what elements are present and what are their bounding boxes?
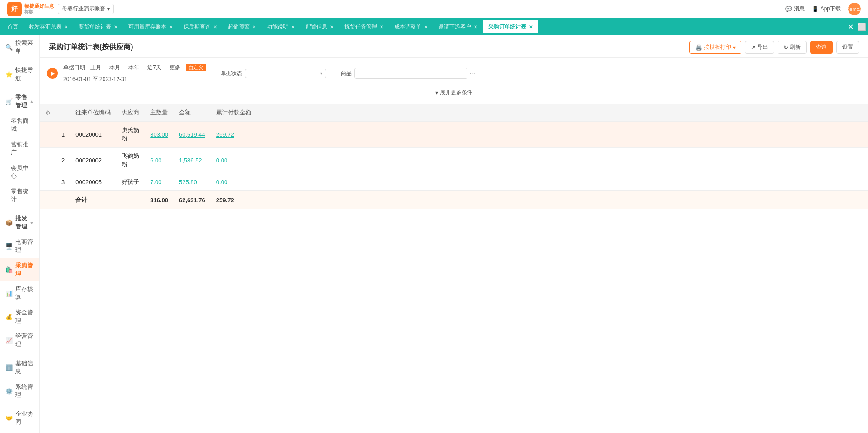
top-bar-left: 好 畅捷通好生意 标版 母婴行业演示账套 ▾ [7, 2, 114, 16]
close-icon[interactable]: ✕ [424, 24, 428, 29]
export-button[interactable]: ↗ 导出 [745, 41, 774, 54]
sidebar-item-collab[interactable]: 🤝 企业协同 [0, 406, 39, 430]
table-row: 2 00020002 飞鹤奶粉 6.00 1,586.52 0.00 [40, 148, 868, 173]
sidebar-item-guide[interactable]: 🎯 新手引导 [0, 430, 39, 433]
tab-overstock-alert[interactable]: 超储预警 ✕ [222, 20, 261, 33]
close-icon[interactable]: ✕ [252, 24, 256, 29]
sidebar-group-retail[interactable]: 🛒 零售管理 ▲ [0, 90, 39, 113]
close-icon[interactable]: ✕ [380, 24, 383, 29]
row-amount[interactable]: 1,586.52 [174, 148, 211, 173]
row-supplier: 惠氏奶粉 [116, 122, 145, 148]
inventory-icon: 📊 [5, 290, 13, 297]
app-download-action[interactable]: 📱 App下载 [812, 5, 841, 13]
sidebar-item-basic-info[interactable]: ℹ️ 基础信息 [0, 356, 39, 379]
tab-invite-customer[interactable]: 邀请下游客户 ✕ [433, 20, 483, 33]
custom-date-badge[interactable]: 自定义 [186, 64, 206, 71]
close-icon[interactable]: ✕ [474, 24, 477, 29]
sidebar-item-retail-mall[interactable]: 零售商城 [0, 113, 39, 137]
last-7-days-btn[interactable]: 近7天 [145, 63, 164, 72]
date-label: 单据日期 [63, 64, 85, 71]
row-index: 2 [56, 148, 70, 173]
sidebar-group-wholesale[interactable]: 📦 批发管理 ▼ [0, 211, 39, 234]
row-amount[interactable]: 525.80 [174, 173, 211, 191]
row-settings [40, 122, 56, 148]
close-icon[interactable]: ✕ [330, 24, 334, 29]
sidebar-item-ecommerce[interactable]: 🖥️ 电商管理 [0, 234, 39, 258]
col-extra [257, 104, 868, 122]
content-area: 采购订单统计表(按供应商) 🖨️ 按模板打印 ▾ ↗ 导出 ↻ 刷新 查询 [40, 35, 868, 433]
search-button[interactable]: 查询 [810, 41, 833, 54]
refresh-button[interactable]: ↻ 刷新 [778, 41, 807, 54]
chevron-down-icon: ▾ [320, 71, 322, 76]
row-amount[interactable]: 60,519.44 [174, 122, 211, 148]
close-icon[interactable]: ✕ [169, 24, 173, 29]
refresh-icon: ↻ [783, 44, 788, 51]
col-code: 往来单位编码 [70, 104, 116, 122]
filter-row-main: ▶ 单据日期 上月 本月 本年 近7天 更多 自定义 [47, 63, 861, 83]
sidebar-item-quick-nav[interactable]: ⭐ 快捷导航 [0, 62, 39, 86]
footer-empty [257, 191, 868, 209]
tab-order-stats[interactable]: 要货单统计表 ✕ [73, 20, 123, 33]
tab-expiry-query[interactable]: 保质期查询 ✕ [178, 20, 222, 33]
col-qty: 主数量 [145, 104, 174, 122]
sidebar-item-marketing[interactable]: 营销推广 [0, 137, 39, 160]
top-bar-right: 💬 消息 📱 App下载 demo2 [785, 3, 861, 15]
row-qty[interactable]: 6.00 [145, 148, 174, 173]
sidebar-item-system[interactable]: ⚙️ 系统管理 [0, 379, 39, 403]
tab-inventory-book[interactable]: 可用量库存账本 ✕ [123, 20, 178, 33]
last-month-btn[interactable]: 上月 [88, 63, 104, 72]
operations-icon: 📈 [5, 337, 13, 344]
goods-more-icon[interactable]: ··· [469, 69, 475, 77]
this-year-btn[interactable]: 本年 [126, 63, 142, 72]
info-icon: ℹ️ [5, 364, 13, 371]
row-empty [257, 173, 868, 191]
sidebar-item-inventory[interactable]: 📊 库存核算 [0, 281, 39, 305]
row-paid[interactable]: 0.00 [211, 148, 257, 173]
close-icon[interactable]: ✕ [64, 24, 68, 29]
more-date-btn[interactable]: 更多 [167, 63, 183, 72]
chevron-icon: ▼ [29, 220, 34, 225]
sidebar-item-purchase[interactable]: 🛍️ 采购管理 [0, 258, 39, 281]
tab-home[interactable]: 首页 [2, 20, 24, 33]
goods-input[interactable] [354, 68, 467, 79]
sidebar-item-finance[interactable]: 💰 资金管理 [0, 305, 39, 328]
gear-icon[interactable]: ⚙ [45, 109, 51, 116]
close-window-icon[interactable]: ✕ [848, 23, 854, 31]
workspace-selector[interactable]: 母婴行业演示账套 ▾ [58, 4, 114, 14]
maximize-window-icon[interactable]: ⬜ [857, 23, 866, 31]
close-icon[interactable]: ✕ [529, 24, 533, 29]
avatar[interactable]: demo2 [848, 3, 861, 15]
print-icon: 🖨️ [695, 44, 702, 51]
tab-config[interactable]: 配置信息 ✕ [300, 20, 339, 33]
row-qty[interactable]: 7.00 [145, 173, 174, 191]
tab-cost-adjust[interactable]: 成本调整单 ✕ [389, 20, 433, 33]
sidebar-item-operations[interactable]: 📈 经营管理 [0, 328, 39, 352]
sidebar-item-search[interactable]: 🔍 搜索菜单 [0, 35, 39, 59]
tab-receive-summary[interactable]: 收发存汇总表 ✕ [24, 20, 73, 33]
table-header: ⚙ 往来单位编码 供应商 主数量 金额 累计付款金额 [40, 104, 868, 122]
row-paid[interactable]: 259.72 [211, 122, 257, 148]
goods-label: 商品 [341, 70, 352, 77]
tab-function-desc[interactable]: 功能说明 ✕ [261, 20, 300, 33]
tab-picking-task[interactable]: 拣货任务管理 ✕ [339, 20, 389, 33]
this-month-btn[interactable]: 本月 [107, 63, 123, 72]
row-paid[interactable]: 0.00 [211, 173, 257, 191]
expand-more-button[interactable]: ▾ 展开更多条件 [430, 87, 478, 98]
table-row: 1 00020001 惠氏奶粉 303.00 60,519.44 259.72 [40, 122, 868, 148]
row-qty[interactable]: 303.00 [145, 122, 174, 148]
close-icon[interactable]: ✕ [213, 24, 217, 29]
row-code: 00020002 [70, 148, 116, 173]
sidebar-item-member-center[interactable]: 会员中心 [0, 160, 39, 184]
sidebar-item-retail-stats[interactable]: 零售统计 [0, 184, 39, 207]
close-icon[interactable]: ✕ [114, 24, 118, 29]
close-icon[interactable]: ✕ [291, 24, 295, 29]
message-action[interactable]: 💬 消息 [785, 5, 805, 13]
main-layout: 🔍 搜索菜单 ⭐ 快捷导航 🛒 零售管理 ▲ 零售商城 营销推广 会员中心 零售… [0, 35, 868, 433]
collapse-filter-button[interactable]: ▶ [47, 68, 58, 79]
filter-toggle-row: ▾ 展开更多条件 [47, 87, 861, 98]
col-paid-amount: 累计付款金额 [211, 104, 257, 122]
print-button[interactable]: 🖨️ 按模板打印 ▾ [689, 41, 741, 54]
settings-button[interactable]: 设置 [836, 41, 859, 54]
status-select[interactable]: ▾ [245, 69, 326, 78]
tab-purchase-order-stats[interactable]: 采购订单统计表 ✕ [483, 20, 538, 33]
